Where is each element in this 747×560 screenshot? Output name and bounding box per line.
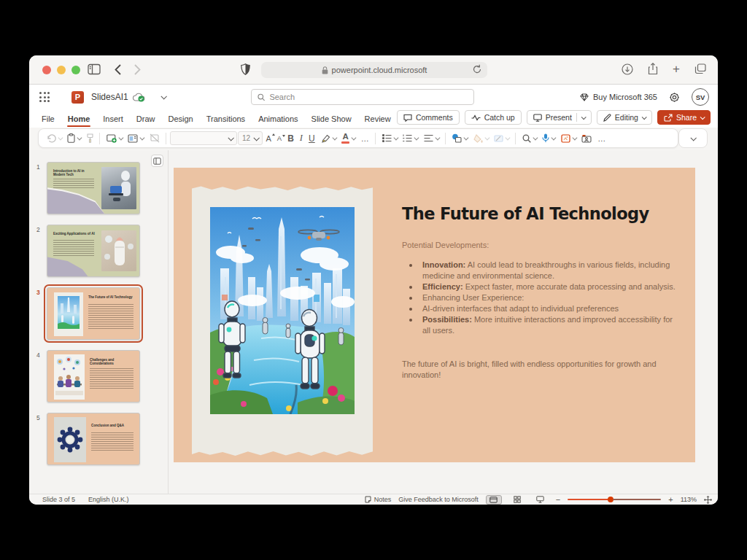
new-tab-icon[interactable]: + (673, 63, 680, 75)
feedback-link[interactable]: Give Feedback to Microsoft (398, 496, 479, 503)
settings-gear-icon[interactable] (669, 92, 680, 103)
bullets-button[interactable] (379, 131, 400, 147)
search-box[interactable] (251, 89, 474, 105)
privacy-shield-icon[interactable] (241, 63, 250, 75)
slide-subtitle[interactable]: Potential Developments: (402, 241, 489, 249)
slide-4-thumbnail[interactable]: Challenges and Considerations (47, 350, 140, 402)
forward-icon[interactable] (134, 64, 141, 75)
menu-home[interactable]: Home (61, 109, 97, 128)
shapes-button[interactable] (449, 131, 471, 147)
slide-3-thumbnail[interactable]: The Future of AI Technology (47, 287, 140, 340)
dictate-button[interactable] (540, 131, 558, 147)
editing-chevron-icon[interactable] (642, 114, 647, 120)
menu-animations[interactable]: Animations (252, 109, 304, 128)
normal-view-button[interactable] (486, 495, 502, 505)
title-chevron-icon[interactable] (160, 93, 166, 99)
downloads-icon[interactable] (622, 63, 633, 75)
collapse-ribbon-button[interactable] (678, 128, 708, 148)
sidebar-toggle-icon[interactable] (88, 63, 101, 75)
thumbnail-row-5: 5 Conclusion and Q&A (29, 413, 169, 465)
slide-2-thumbnail[interactable]: Exciting Applications of AI (47, 225, 140, 277)
designer-button[interactable] (558, 131, 578, 147)
current-slide[interactable]: The Future of AI Technology Potential De… (174, 168, 695, 462)
slide-5-thumbnail[interactable]: Conclusion and Q&A (47, 413, 140, 465)
close-window-button[interactable] (42, 66, 51, 74)
search-icon (258, 93, 265, 101)
numbering-button[interactable] (400, 131, 421, 147)
grow-font-button[interactable]: A (263, 131, 274, 147)
slide-thumbnail-panel: 1 Introduction to AI in Modern Tech 2 (29, 150, 169, 494)
zoom-slider[interactable] (568, 497, 661, 502)
language-indicator[interactable]: English (U.K.) (88, 496, 129, 503)
browser-window: powerpoint.cloud.microsoft + P SlidesAI1 (29, 55, 718, 505)
slide-closing-text[interactable]: The future of AI is bright, filled with … (402, 359, 679, 381)
paste-button[interactable] (65, 131, 84, 147)
buy-microsoft-365-button[interactable]: Buy Microsoft 365 (580, 93, 657, 101)
catch-up-button[interactable]: Catch up (465, 110, 522, 125)
shrink-font-button[interactable]: A (274, 131, 284, 147)
share-page-icon[interactable] (648, 63, 658, 75)
slide-counter[interactable]: Slide 3 of 5 (42, 496, 75, 503)
font-size-combobox[interactable]: 12 (238, 131, 263, 145)
designer-off-button[interactable] (147, 131, 162, 147)
present-chevron-icon[interactable] (581, 114, 587, 120)
menu-transitions[interactable]: Transitions (200, 109, 252, 128)
tab-overview-icon[interactable] (694, 63, 706, 74)
zoom-level[interactable]: 113% (681, 496, 697, 503)
fit-to-window-icon[interactable] (704, 496, 712, 504)
shape-fill-button[interactable] (471, 131, 491, 147)
editing-label: Editing (615, 113, 638, 122)
share-chevron-icon[interactable] (700, 114, 705, 120)
undo-button[interactable] (44, 131, 64, 147)
share-button[interactable]: Share (657, 110, 711, 125)
slide-image-frame[interactable] (192, 185, 373, 456)
find-button[interactable] (519, 131, 539, 147)
highlight-button[interactable] (318, 131, 338, 147)
toolbar-row: 12 A A B I U A … (29, 128, 718, 150)
underline-button[interactable]: U (306, 131, 318, 147)
font-color-button[interactable]: A (339, 131, 358, 147)
bold-button[interactable]: B (285, 131, 297, 147)
slide-bullet-list[interactable]: Innovation: AI could lead to breakthroug… (406, 260, 677, 336)
slide-1-thumbnail[interactable]: Introduction to AI in Modern Tech (47, 162, 140, 214)
slideshow-view-button[interactable] (533, 495, 549, 505)
menu-review[interactable]: Review (358, 109, 398, 128)
comments-button[interactable]: Comments (397, 110, 460, 125)
menu-slide-show[interactable]: Slide Show (305, 109, 358, 128)
font-name-combobox[interactable] (170, 131, 237, 145)
align-button[interactable] (421, 131, 441, 147)
app-launcher-icon[interactable] (39, 92, 50, 102)
diamond-icon (580, 93, 589, 101)
zoom-out-button[interactable]: − (556, 495, 560, 504)
zoom-in-button[interactable]: + (668, 495, 673, 504)
thumbnail-row-4: 4 Challenges and Considerations (29, 350, 169, 402)
editing-mode-button[interactable]: Editing (597, 110, 652, 125)
slide-title[interactable]: The Future of AI Technology (402, 204, 686, 223)
cloud-saved-icon (133, 93, 145, 102)
menu-design[interactable]: Design (161, 109, 199, 128)
account-avatar[interactable]: SV (692, 88, 709, 106)
back-icon[interactable] (115, 64, 121, 75)
present-button[interactable]: Present (527, 110, 592, 125)
menu-file[interactable]: File (35, 109, 61, 128)
format-painter-button[interactable] (84, 131, 96, 147)
reload-icon[interactable] (473, 64, 481, 74)
document-title[interactable]: SlidesAI1 (91, 92, 128, 102)
new-slide-button[interactable] (104, 131, 125, 147)
notes-button[interactable]: Notes (365, 496, 392, 503)
menu-insert[interactable]: Insert (96, 109, 130, 128)
minimize-window-button[interactable] (57, 66, 66, 74)
thumbnail-number: 4 (36, 351, 40, 359)
search-input[interactable] (269, 93, 468, 101)
slide-sorter-view-button[interactable] (509, 495, 525, 505)
toolbar-more-button[interactable]: … (595, 131, 608, 147)
zoom-window-button[interactable] (71, 66, 80, 74)
font-more-button[interactable]: … (358, 131, 371, 147)
cameo-button[interactable] (579, 131, 595, 147)
shape-outline-button[interactable] (492, 131, 512, 147)
layout-button[interactable] (125, 131, 147, 147)
italic-button[interactable]: I (297, 131, 305, 147)
address-bar[interactable]: powerpoint.cloud.microsoft (261, 62, 487, 78)
menu-draw[interactable]: Draw (130, 109, 162, 128)
powerpoint-logo-icon[interactable]: P (71, 91, 84, 104)
